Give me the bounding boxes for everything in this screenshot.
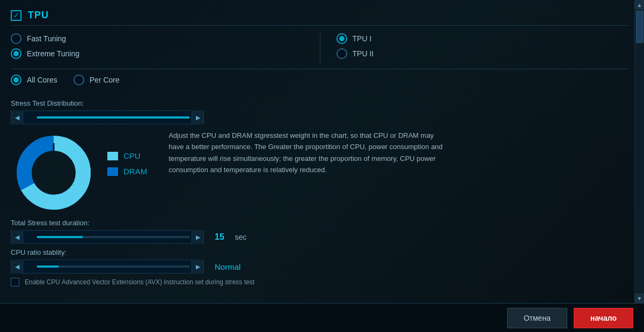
description-text: Adjust the CPU and DRAM stgresstest weig…	[169, 130, 448, 176]
scrollbar-thumb[interactable]	[636, 11, 643, 43]
dram-legend-box	[107, 167, 118, 176]
tpu-ii-option[interactable]: TPU II	[336, 48, 630, 59]
extreme-tuning-label: Extreme Tuning	[27, 49, 79, 58]
stress-slider-track	[37, 116, 189, 119]
stability-value: Normal	[215, 262, 240, 271]
all-cores-label: All Cores	[27, 76, 57, 84]
bottom-bar: Отмена начало	[0, 303, 644, 332]
radio-divider	[320, 33, 320, 63]
stability-section: CPU ratio stablity: ◀ ▶ Normal	[11, 248, 629, 274]
stress-test-label: Stress Test Distribution:	[11, 99, 629, 107]
avx-checkbox[interactable]	[11, 278, 19, 286]
duration-value: 15	[215, 232, 224, 242]
per-core-label: Per Core	[90, 76, 120, 84]
scroll-down-arrow[interactable]: ▼	[635, 293, 645, 303]
cores-row: All Cores Per Core	[11, 75, 629, 92]
duration-section: Total Stress test duration: ◀ ▶ 15 sec	[11, 219, 629, 244]
stability-label: CPU ratio stablity:	[11, 248, 629, 256]
fast-tuning-radio[interactable]	[11, 33, 21, 44]
all-cores-radio[interactable]	[11, 75, 21, 85]
duration-slider-left[interactable]: ◀	[11, 230, 23, 244]
tpu-i-option[interactable]: TPU I	[336, 33, 630, 44]
per-core-radio[interactable]	[74, 75, 84, 85]
scrollbar[interactable]: ▲ ▼	[634, 0, 644, 303]
content-area: ✓ TPU Fast Tuning Extreme Tuning TPU I	[0, 0, 644, 303]
stability-slider-fill	[37, 265, 58, 268]
radio-col-right: TPU I TPU II	[336, 33, 630, 63]
stability-slider-left[interactable]: ◀	[11, 260, 23, 274]
dram-legend-label: DRAM	[123, 167, 147, 176]
tpu-header: ✓ TPU	[11, 5, 629, 26]
extreme-tuning-option[interactable]: Extreme Tuning	[11, 48, 304, 59]
main-container: ▲ ▼ ✓ TPU Fast Tuning Extreme Tuning	[0, 0, 644, 332]
donut-svg	[11, 130, 97, 216]
duration-slider-fill	[37, 236, 83, 238]
duration-label: Total Stress test duration:	[11, 219, 629, 227]
stress-slider-right-arrow[interactable]: ▶	[192, 110, 203, 124]
dram-legend-item: DRAM	[107, 167, 147, 176]
start-button[interactable]: начало	[574, 308, 633, 328]
scrollbar-track	[635, 10, 644, 293]
stability-row: ◀ ▶ Normal	[11, 260, 629, 274]
stress-slider[interactable]: ◀ ▶	[11, 110, 204, 124]
donut-chart	[11, 130, 97, 216]
fast-tuning-label: Fast Tuning	[27, 34, 66, 43]
avx-checkbox-item[interactable]: Enable CPU Advanced Vector Extensions (A…	[11, 278, 629, 286]
cpu-legend-label: CPU	[123, 151, 141, 160]
cpu-legend-box	[107, 152, 118, 160]
extreme-tuning-radio[interactable]	[11, 48, 21, 59]
stability-slider-right[interactable]: ▶	[192, 260, 203, 274]
duration-unit: sec	[235, 233, 247, 241]
stress-slider-row: ◀ ▶	[11, 110, 629, 124]
tpu-title: TPU	[28, 10, 49, 21]
cpu-legend-item: CPU	[107, 151, 147, 160]
avx-label: Enable CPU Advanced Vector Extensions (A…	[25, 278, 254, 286]
chart-area: CPU DRAM Adjust the CPU and DRAM stgress…	[11, 130, 629, 216]
duration-slider-right[interactable]: ▶	[192, 230, 203, 244]
all-cores-option[interactable]: All Cores	[11, 75, 57, 85]
stress-slider-fill	[37, 116, 189, 119]
description-content: Adjust the CPU and DRAM stgresstest weig…	[169, 131, 443, 174]
cancel-button[interactable]: Отмена	[507, 308, 567, 328]
tpu-ii-label: TPU II	[353, 49, 374, 58]
duration-row: ◀ ▶ 15 sec	[11, 230, 629, 244]
tpu-i-radio[interactable]	[336, 33, 347, 44]
radio-col-left: Fast Tuning Extreme Tuning	[11, 33, 304, 63]
stress-slider-left-arrow[interactable]: ◀	[11, 110, 23, 124]
per-core-option[interactable]: Per Core	[74, 75, 120, 85]
tpu-i-label: TPU I	[353, 34, 372, 43]
stability-slider-track	[37, 265, 189, 268]
tpu-checkbox[interactable]: ✓	[11, 10, 21, 21]
duration-slider[interactable]: ◀ ▶	[11, 230, 204, 244]
tpu-ii-radio[interactable]	[336, 48, 347, 59]
radio-section: Fast Tuning Extreme Tuning TPU I TPU II	[11, 33, 629, 69]
chart-legend: CPU DRAM	[107, 151, 147, 176]
scroll-up-arrow[interactable]: ▲	[635, 0, 645, 10]
fast-tuning-option[interactable]: Fast Tuning	[11, 33, 304, 44]
duration-slider-track	[37, 236, 189, 238]
stability-slider[interactable]: ◀ ▶	[11, 260, 204, 274]
